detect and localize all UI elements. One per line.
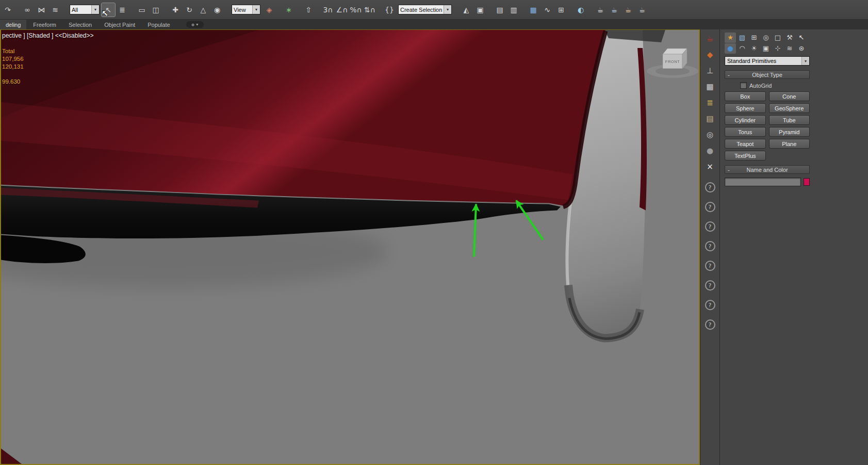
unlink-selection-icon[interactable]: ⋈	[35, 3, 48, 17]
help-icon[interactable]: ?	[705, 300, 715, 310]
help-icon[interactable]: ?	[705, 182, 715, 193]
rendered-frame-icon[interactable]: ☕	[608, 3, 621, 17]
stats-line: 120,131	[2, 63, 24, 71]
select-and-rotate-icon[interactable]: ↻	[183, 3, 196, 17]
material-editor-icon[interactable]: ◐	[574, 3, 587, 17]
redo-icon[interactable]: ↷	[1, 3, 14, 17]
stack-icon[interactable]: ≣	[704, 97, 716, 109]
book-icon[interactable]: ▤	[704, 113, 716, 125]
teapot-button[interactable]: Teapot	[725, 139, 766, 149]
ribbon-toggle-icon[interactable]: ▦	[527, 3, 540, 17]
striped-sphere-icon[interactable]: ◎	[704, 129, 716, 141]
stats-line: 107,956	[2, 55, 24, 63]
ribbon-tab-deling[interactable]: deling	[0, 20, 26, 29]
selection-set-dropdown[interactable]: Create Selection Se▾	[398, 5, 452, 14]
bind-to-space-warp-icon[interactable]: ≋	[48, 3, 62, 17]
name-color-rollout-header[interactable]: - Name and Color	[725, 165, 810, 174]
render-setup-icon[interactable]: ☕	[594, 3, 607, 17]
box-button[interactable]: Box	[725, 91, 766, 101]
checker-map-icon[interactable]: ▦	[704, 81, 716, 93]
viewport-label[interactable]: pective ] [Shaded ] <<Disabled>>	[2, 32, 93, 39]
reference-coordinate-dropdown[interactable]: View▾	[232, 5, 260, 14]
help-icon[interactable]: ?	[705, 221, 715, 232]
viewport[interactable]: pective ] [Shaded ] <<Disabled>> Total 1…	[0, 29, 700, 465]
geometry-category[interactable]: ●	[725, 43, 736, 54]
dropdown-arrow-icon[interactable]: ▾	[91, 5, 99, 14]
curve-editor-icon[interactable]: ∿	[541, 3, 554, 17]
motion-tab[interactable]: ◎	[760, 33, 772, 43]
cylinder-button[interactable]: Cylinder	[725, 115, 766, 125]
ribbon-tab-populate[interactable]: Populate	[142, 20, 175, 29]
select-by-name-icon[interactable]: ≣	[116, 3, 129, 17]
align-icon[interactable]: ▣	[473, 3, 487, 17]
teapot-render-icon[interactable]: ☕	[704, 33, 716, 45]
spinner-snap-icon[interactable]: ⇅∩	[363, 3, 376, 17]
layer-explorer-icon[interactable]: ▥	[507, 3, 520, 17]
side-toolbar: ☕◆⊥▦≣▤◎●×????????	[700, 29, 719, 465]
cursor-arrow-icon[interactable]: ↖	[796, 33, 807, 43]
select-and-move-icon[interactable]: ✚	[169, 3, 182, 17]
keyboard-override-icon[interactable]: ⇧	[302, 3, 315, 17]
display-tab[interactable]: □	[772, 33, 783, 43]
dropdown-arrow-icon[interactable]: ▾	[252, 5, 260, 14]
help-icon[interactable]: ?	[705, 280, 715, 291]
window-crossing-icon[interactable]: ◫	[149, 3, 162, 17]
create-tab[interactable]: ★	[725, 33, 736, 43]
angle-snap-icon[interactable]: ∠∩	[335, 3, 349, 17]
use-center-icon[interactable]: ◈	[263, 3, 276, 17]
tube-button[interactable]: Tube	[769, 115, 810, 125]
scene-explorer-icon[interactable]: ▤	[493, 3, 506, 17]
select-object-button[interactable]: ↖	[102, 3, 115, 17]
sphere-icon[interactable]: ●	[704, 145, 716, 157]
space-warps-category[interactable]: ≋	[784, 43, 795, 54]
close-icon[interactable]: ×	[704, 161, 716, 173]
render-production-icon[interactable]: ☕	[621, 3, 635, 17]
cone-button[interactable]: Cone	[769, 91, 810, 101]
dropdown-arrow-icon[interactable]: ▾	[801, 57, 809, 65]
plumb-tool-icon[interactable]: ⊥	[704, 65, 716, 77]
cameras-category[interactable]: ▣	[760, 43, 772, 54]
car-body[interactable]	[1, 30, 605, 206]
percent-snap-icon[interactable]: %∩	[349, 3, 363, 17]
ribbon-tab-selection[interactable]: Selection	[63, 20, 97, 29]
rectangular-selection-icon[interactable]: ▭	[135, 3, 149, 17]
paint-tool-icon[interactable]: ◆	[704, 49, 716, 61]
ribbon-tab-object-paint[interactable]: Object Paint	[99, 20, 141, 29]
main-toolbar: ↷∞⋈≋All▾↖≣▭◫✚↻△◉View▾◈∗⇧3∩∠∩%∩⇅∩{}Create…	[0, 0, 868, 20]
primitives-dropdown[interactable]: Standard Primitives ▾	[725, 56, 810, 66]
helpers-category[interactable]: ⊹	[772, 43, 783, 54]
hierarchy-tab[interactable]: ⊞	[748, 33, 760, 43]
select-and-place-icon[interactable]: ◉	[210, 3, 224, 17]
pyramid-button[interactable]: Pyramid	[769, 127, 810, 137]
named-selection-sets-icon[interactable]: {}	[383, 3, 396, 17]
help-icon[interactable]: ?	[705, 261, 715, 271]
ribbon-minimize-button[interactable]: ● ▾	[186, 21, 204, 28]
schematic-view-icon[interactable]: ⊞	[554, 3, 568, 17]
object-type-rollout-header[interactable]: - Object Type	[725, 70, 810, 79]
utilities-tab[interactable]: ⚒	[784, 33, 795, 43]
snap-toggle-3d-icon[interactable]: 3∩	[321, 3, 335, 17]
help-icon[interactable]: ?	[705, 319, 715, 330]
systems-category[interactable]: ⊛	[796, 43, 807, 54]
sphere-button[interactable]: Sphere	[725, 103, 766, 113]
render-flyout-icon[interactable]: ☕	[635, 3, 649, 17]
help-icon[interactable]: ?	[705, 202, 715, 212]
mirror-icon[interactable]: ◭	[460, 3, 473, 17]
dropdown-arrow-icon[interactable]: ▾	[444, 5, 451, 14]
object-color-swatch[interactable]	[804, 178, 810, 186]
selection-filter-dropdown[interactable]: All▾	[70, 5, 100, 14]
autogrid-checkbox[interactable]	[740, 82, 747, 89]
object-name-input[interactable]	[725, 178, 801, 186]
shapes-category[interactable]: ◠	[736, 43, 748, 54]
torus-button[interactable]: Torus	[725, 127, 766, 137]
select-and-link-icon[interactable]: ∞	[21, 3, 34, 17]
plane-button[interactable]: Plane	[769, 139, 810, 149]
ribbon-tab-freeform[interactable]: Freeform	[27, 20, 62, 29]
help-icon[interactable]: ?	[705, 241, 715, 251]
lights-category[interactable]: ☀	[748, 43, 760, 54]
modify-tab[interactable]: ▧	[736, 33, 748, 43]
select-and-manipulate-icon[interactable]: ∗	[282, 3, 296, 17]
select-and-scale-icon[interactable]: △	[196, 3, 210, 17]
geosphere-button[interactable]: GeoSphere	[769, 103, 810, 113]
textplus-button[interactable]: TextPlus	[725, 151, 766, 161]
